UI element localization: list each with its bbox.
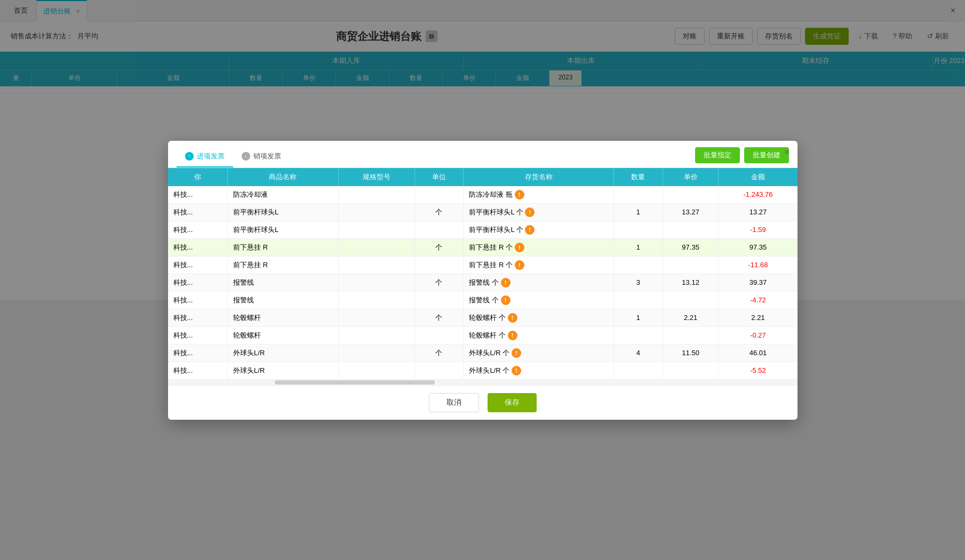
- table-row: 科技...前平衡杆球头L个前平衡杆球头L 个 !113.2713.27: [168, 203, 797, 221]
- table-row: 科技...报警线个报警线 个 !313.1239.37: [168, 274, 797, 291]
- jinxiang-tab-icon: ↑: [185, 152, 194, 161]
- table-cell: 13.12: [663, 274, 719, 291]
- table-cell: [414, 221, 464, 238]
- modal-dialog: ↑ 进项发票 ↓ 销项发票 批量指定 批量创建 × 你: [168, 141, 797, 420]
- table-row: 科技...前下悬挂 R前下悬挂 R 个 !-11.68: [168, 256, 797, 274]
- table-cell: 个: [414, 344, 464, 362]
- table-cell: [338, 362, 414, 379]
- table-cell: 46.01: [719, 344, 797, 362]
- th-unit-price: 单价: [663, 168, 719, 186]
- table-cell: 科技...: [168, 309, 228, 326]
- table-cell: 报警线 个 !: [464, 274, 614, 291]
- table-row: 科技...报警线报警线 个 !-4.72: [168, 291, 797, 309]
- table-cell: 2.21: [719, 309, 797, 326]
- table-cell: 科技...: [168, 238, 228, 256]
- table-cell: 个: [414, 309, 464, 326]
- table-row: 科技...防冻冷却液防冻冷却液 瓶 !-1,243.76: [168, 186, 797, 204]
- tab-xiaoxiang-label: 销项发票: [253, 151, 281, 161]
- table-cell: 科技...: [168, 203, 228, 221]
- save-button[interactable]: 保存: [488, 393, 537, 412]
- table-cell: 科技...: [168, 256, 228, 274]
- modal-table-wrap[interactable]: 你 商品名称 规格型号 单位 存货名称 数量 单价 金额 科技...防冻冷却液防…: [168, 168, 797, 380]
- batch-assign-button[interactable]: 批量指定: [695, 147, 740, 163]
- table-cell: 1: [613, 238, 663, 256]
- table-cell: [414, 326, 464, 344]
- table-cell: 科技...: [168, 291, 228, 309]
- table-cell: 防冻冷却液 瓶 !: [464, 186, 614, 204]
- main-area: 销售成本计算方法： 月平均 商贸企业进销台账 ⊟ 对账 重新开账 存货别名 生成…: [0, 21, 965, 560]
- table-cell: [338, 274, 414, 291]
- modal-overlay: ↑ 进项发票 ↓ 销项发票 批量指定 批量创建 × 你: [0, 21, 965, 560]
- modal-close-button[interactable]: ×: [784, 147, 790, 157]
- table-cell: [613, 256, 663, 274]
- table-cell: 4: [613, 344, 663, 362]
- tab-jinxiang-label: 进项发票: [197, 151, 225, 161]
- table-cell: 外球头L/R: [228, 344, 339, 362]
- table-cell: 97.35: [719, 238, 797, 256]
- table-cell: 前平衡杆球头L: [228, 221, 339, 238]
- table-cell: 轮毂螺杆: [228, 326, 339, 344]
- table-cell: [338, 221, 414, 238]
- table-cell: [663, 362, 719, 379]
- tab-jinxiang[interactable]: ↑ 进项发票: [177, 147, 233, 167]
- table-cell: [663, 291, 719, 309]
- table-cell: [663, 326, 719, 344]
- cancel-button[interactable]: 取消: [429, 393, 479, 412]
- table-cell: 39.37: [719, 274, 797, 291]
- table-row: 科技...外球头L/R外球头L/R 个 !-5.52: [168, 362, 797, 379]
- table-cell: [613, 186, 663, 204]
- table-cell: [338, 238, 414, 256]
- table-cell: 个: [414, 238, 464, 256]
- warning-icon: !: [512, 366, 521, 375]
- xiaoxiang-tab-icon: ↓: [242, 152, 250, 161]
- table-cell: 前下悬挂 R 个 !: [464, 256, 614, 274]
- table-cell: 13.27: [719, 203, 797, 221]
- th-spec: 规格型号: [338, 168, 414, 186]
- batch-create-button[interactable]: 批量创建: [744, 147, 789, 163]
- table-cell: 个: [414, 203, 464, 221]
- table-cell: 前平衡杆球头L 个 !: [464, 221, 614, 238]
- warning-icon: !: [501, 278, 511, 287]
- warning-icon: !: [512, 348, 521, 358]
- table-cell: -4.72: [719, 291, 797, 309]
- table-cell: 科技...: [168, 344, 228, 362]
- table-cell: 外球头L/R 个 !: [464, 362, 614, 379]
- table-scrollbar[interactable]: [168, 380, 797, 385]
- table-cell: 11.50: [663, 344, 719, 362]
- table-cell: 科技...: [168, 221, 228, 238]
- table-cell: [613, 291, 663, 309]
- table-cell: 前平衡杆球头L: [228, 203, 339, 221]
- table-cell: -11.68: [719, 256, 797, 274]
- table-cell: 97.35: [663, 238, 719, 256]
- table-cell: [338, 291, 414, 309]
- table-cell: 13.27: [663, 203, 719, 221]
- table-row: 科技...外球头L/R个外球头L/R 个 !411.5046.01: [168, 344, 797, 362]
- table-cell: 前下悬挂 R: [228, 238, 339, 256]
- table-cell: [338, 309, 414, 326]
- warning-icon: !: [515, 243, 524, 252]
- table-cell: 前下悬挂 R 个 !: [464, 238, 614, 256]
- th-product-name: 商品名称: [228, 168, 339, 186]
- table-cell: 前平衡杆球头L 个 !: [464, 203, 614, 221]
- table-cell: [414, 186, 464, 204]
- warning-icon: !: [525, 225, 535, 235]
- tab-xiaoxiang[interactable]: ↓ 销项发票: [233, 147, 290, 167]
- table-cell: [338, 186, 414, 204]
- table-scrollbar-thumb[interactable]: [275, 380, 435, 385]
- th-inventory-name: 存货名称: [464, 168, 614, 186]
- th-amount: 金额: [719, 168, 797, 186]
- table-cell: [338, 326, 414, 344]
- table-cell: [414, 362, 464, 379]
- table-cell: 科技...: [168, 326, 228, 344]
- table-cell: [338, 256, 414, 274]
- table-cell: [663, 256, 719, 274]
- modal-table: 你 商品名称 规格型号 单位 存货名称 数量 单价 金额 科技...防冻冷却液防…: [168, 168, 797, 380]
- table-cell: 报警线: [228, 274, 339, 291]
- table-cell: 个: [414, 274, 464, 291]
- table-cell: 外球头L/R: [228, 362, 339, 379]
- table-cell: [338, 344, 414, 362]
- table-cell: 前下悬挂 R: [228, 256, 339, 274]
- table-cell: [613, 221, 663, 238]
- table-cell: 防冻冷却液: [228, 186, 339, 204]
- th-col1: 你: [168, 168, 228, 186]
